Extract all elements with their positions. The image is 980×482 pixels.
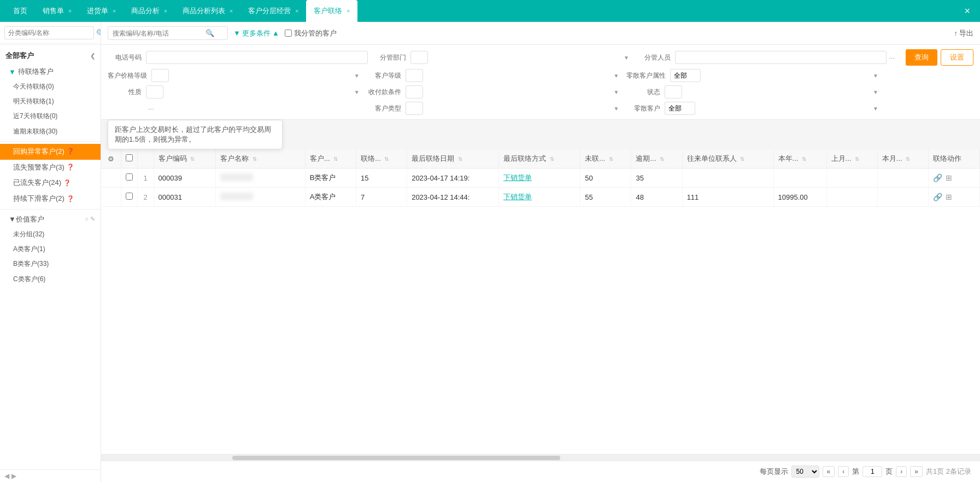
retail-attr-select-wrap: 全部 ▼: [670, 69, 882, 82]
th-overdue[interactable]: 逾期... ⇅: [631, 149, 682, 169]
row1-checkbox[interactable]: [126, 173, 133, 181]
th-unread[interactable]: 未联... ⇅: [580, 149, 631, 169]
search-input[interactable]: [113, 30, 206, 37]
horizontal-scrollbar[interactable]: [101, 454, 980, 461]
status-select[interactable]: [665, 85, 682, 98]
th-name[interactable]: 客户名称 ⇅: [216, 149, 305, 169]
row4-more-icon[interactable]: ···: [146, 104, 156, 113]
td-this-month-2: [877, 188, 928, 207]
nav-goods-analysis-list[interactable]: 商品分析列表 ×: [175, 0, 240, 22]
td-code-2: 000031: [154, 188, 216, 207]
th-this-month[interactable]: 本月... ⇅: [877, 149, 928, 169]
customer-type-select[interactable]: [406, 102, 423, 115]
sidebar-pending-group[interactable]: ▼ 待联络客户: [0, 64, 101, 79]
nature-select[interactable]: [146, 85, 163, 98]
nav-purchase[interactable]: 进货单 ×: [79, 0, 124, 22]
th-settings[interactable]: ⚙: [101, 149, 121, 169]
close-sales-icon[interactable]: ×: [68, 8, 72, 14]
row2-link-icon[interactable]: 🔗: [933, 193, 942, 201]
setting-button[interactable]: 设置: [941, 49, 973, 66]
row1-grid-icon[interactable]: ⊞: [946, 173, 952, 182]
sidebar-search-input[interactable]: [4, 26, 94, 39]
td-contact-2: 7: [356, 188, 407, 207]
td-last-method-2[interactable]: 下销货单: [498, 188, 580, 207]
close-customer-contact-icon[interactable]: ×: [347, 8, 350, 14]
nav-customer-contact[interactable]: 客户联络 ×: [306, 0, 357, 22]
table-settings-icon[interactable]: ⚙: [108, 155, 114, 163]
export-icon: ↑: [954, 29, 958, 37]
next-page-button[interactable]: ›: [896, 466, 907, 477]
sidebar-item-churn-warning[interactable]: 流失预警客户(3) ❓: [0, 160, 101, 176]
nav-sales[interactable]: 销售单 ×: [35, 0, 79, 22]
sidebar-scroll-right-icon[interactable]: ▶: [11, 472, 16, 480]
sidebar-item-class-c[interactable]: C类客户(6): [0, 272, 101, 287]
retail-attr-select[interactable]: 全部: [670, 69, 701, 82]
sidebar-value-group[interactable]: ▼ 价值客户 ○ ✎: [0, 212, 101, 227]
manager-input[interactable]: [675, 51, 887, 64]
nav-home[interactable]: 首页: [5, 0, 35, 22]
th-type[interactable]: 客户... ⇅: [305, 149, 356, 169]
sidebar-item-today[interactable]: 今天待联络(0): [0, 79, 101, 94]
search-box: 🔍: [108, 26, 228, 40]
sidebar-item-class-a[interactable]: A类客户(1): [0, 242, 101, 257]
close-goods-list-icon[interactable]: ×: [230, 8, 233, 14]
retail-customer-select[interactable]: 全部: [665, 102, 695, 115]
close-goods-analysis-icon[interactable]: ×: [164, 8, 167, 14]
query-button[interactable]: 查询: [906, 49, 937, 66]
row2-grid-icon[interactable]: ⊞: [946, 193, 952, 201]
search-icon[interactable]: 🔍: [206, 29, 214, 37]
per-page-select[interactable]: 50 100 200: [791, 466, 819, 478]
sidebar-all-customers[interactable]: 全部客户 ❮: [0, 48, 101, 64]
this-year-sort-icon: ⇅: [802, 156, 806, 162]
last-method-link-1[interactable]: 下销货单: [503, 173, 532, 182]
customer-name-2: [220, 193, 253, 200]
page-number-input[interactable]: [862, 466, 882, 477]
sidebar-item-declining[interactable]: 持续下滑客户(2) ❓: [0, 191, 101, 207]
close-purchase-icon[interactable]: ×: [113, 8, 116, 14]
price-level-select[interactable]: [151, 69, 169, 82]
dept-select-wrap: ▼: [410, 51, 632, 64]
td-last-month-1: [826, 169, 877, 188]
table-header-row: ⚙ 客户编码 ⇅ 客户名称 ⇅ 客户... ⇅ 联络... ⇅ 最后联络日期 ⇅…: [101, 149, 980, 169]
scrollbar-thumb[interactable]: [232, 456, 560, 460]
th-last-month[interactable]: 上月... ⇅: [826, 149, 877, 169]
my-customer-checkbox[interactable]: [285, 30, 292, 37]
row1-link-icon[interactable]: 🔗: [933, 173, 942, 182]
td-action-1: 🔗 ⊞: [928, 169, 979, 188]
last-page-button[interactable]: »: [910, 466, 923, 477]
sidebar-item-churned[interactable]: 已流失客户(24) ❓: [0, 175, 101, 191]
th-code[interactable]: 客户编码 ⇅: [154, 149, 216, 169]
phone-input[interactable]: [146, 51, 368, 64]
export-button[interactable]: ↑ 导出: [954, 28, 974, 38]
th-contact[interactable]: 联络... ⇅: [356, 149, 407, 169]
sidebar-item-class-b[interactable]: B类客户(33): [0, 257, 101, 271]
more-filter-button[interactable]: ▼ 更多条件 ▲: [233, 28, 279, 38]
close-customer-tier-icon[interactable]: ×: [295, 8, 298, 14]
manager-more-icon[interactable]: ···: [887, 54, 897, 62]
sidebar-item-overdue[interactable]: 逾期未联络(30): [0, 124, 101, 139]
sidebar-scroll-left-icon[interactable]: ◀: [4, 472, 9, 480]
row2-checkbox[interactable]: [126, 193, 133, 200]
th-last-method[interactable]: 最后联络方式 ⇅: [498, 149, 580, 169]
td-last-method-1[interactable]: 下销货单: [498, 169, 580, 188]
sidebar-collapse-icon[interactable]: ❮: [90, 53, 95, 60]
sidebar-item-tomorrow[interactable]: 明天待联络(1): [0, 94, 101, 109]
sidebar-item-7days[interactable]: 近7天待联络(0): [0, 109, 101, 124]
sidebar-search-icon[interactable]: 🔍: [96, 29, 101, 37]
window-close-icon[interactable]: ×: [960, 5, 975, 17]
sidebar-item-repeat-buy[interactable]: 回购异常客户(2) ❓: [0, 144, 101, 160]
nav-goods-analysis[interactable]: 商品分析 ×: [124, 0, 175, 22]
select-all-checkbox[interactable]: [126, 154, 133, 161]
prev-page-button[interactable]: ‹: [838, 466, 849, 477]
first-page-button[interactable]: «: [823, 466, 835, 477]
td-last-date-1: 2023-04-17 14:19:: [407, 169, 499, 188]
th-this-year[interactable]: 本年... ⇅: [773, 149, 826, 169]
th-unit-contact[interactable]: 往来单位联系人 ⇅: [682, 149, 773, 169]
sidebar-item-unclassified[interactable]: 未分组(32): [0, 227, 101, 242]
last-method-link-2[interactable]: 下销货单: [503, 193, 532, 201]
th-last-date[interactable]: 最后联络日期 ⇅: [407, 149, 499, 169]
dept-select[interactable]: [410, 51, 428, 64]
payment-select[interactable]: [406, 85, 423, 98]
customer-level-select[interactable]: [406, 69, 423, 82]
nav-customer-tier[interactable]: 客户分层经营 ×: [240, 0, 306, 22]
